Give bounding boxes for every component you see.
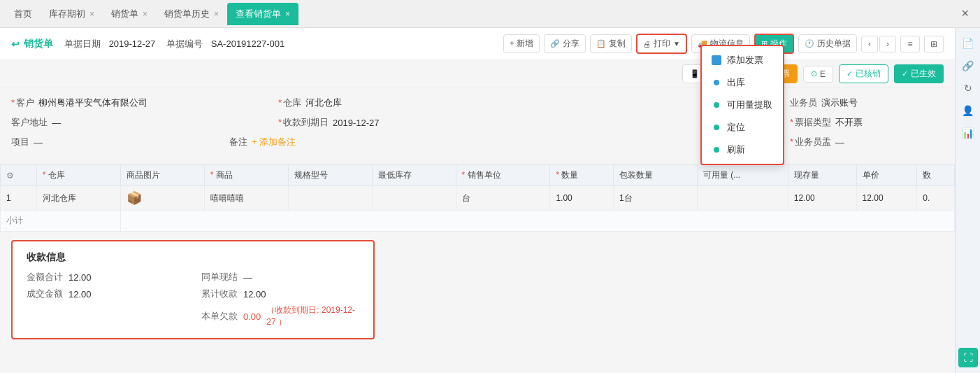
dropdown-out-stock[interactable]: 出库: [702, 71, 783, 94]
col-warehouse: * 仓库: [36, 165, 120, 186]
product-table-container: ⚙ * 仓库 商品图片 * 商品 规格型号 最低库存 * 销售单位 * 数量 包…: [0, 164, 955, 232]
print-dropdown-arrow[interactable]: ▼: [673, 40, 680, 48]
payment-transaction: 成交金额 12.00: [27, 288, 185, 300]
salesman-label: 业务员: [790, 97, 817, 109]
dropdown-add-invoice[interactable]: 添加发票: [702, 49, 783, 71]
window-close-button[interactable]: ×: [956, 6, 974, 21]
tab-inventory-close[interactable]: ×: [89, 9, 94, 19]
out-stock-icon: [712, 78, 721, 87]
sidebar-doc-icon[interactable]: 📄: [958, 34, 978, 53]
salesman-field: 业务员 演示账号: [790, 97, 944, 109]
payment-date-field: 收款到期日 2019-12-27: [278, 116, 432, 129]
col-unit-price: 单价: [856, 165, 917, 186]
share-button[interactable]: 🔗 分享: [544, 34, 586, 53]
row-qty: 1.00: [550, 186, 613, 211]
tab-view-close[interactable]: ×: [285, 9, 290, 19]
sales-staff-label: 业务员盂: [790, 136, 831, 148]
tab-inventory-init[interactable]: 库存期初 ×: [41, 3, 103, 25]
table-header-row: ⚙ * 仓库 商品图片 * 商品 规格型号 最低库存 * 销售单位 * 数量 包…: [1, 165, 955, 186]
gear-icon[interactable]: ⚙: [6, 171, 14, 181]
tab-home[interactable]: 首页: [6, 3, 41, 25]
col-pack-qty: 包装数量: [613, 165, 697, 186]
address-field: 客户地址 —: [11, 116, 256, 129]
cancelled-button[interactable]: ✓ 已核销: [839, 64, 888, 83]
customer-label: 客户: [11, 97, 34, 109]
operations-dropdown: 添加发票 出库 可用量提取 定位 刷新: [700, 45, 784, 165]
view-toggle-grid[interactable]: ⊞: [924, 36, 944, 52]
new-button[interactable]: + 新增: [503, 34, 540, 53]
tab-sales-close[interactable]: ×: [143, 9, 147, 19]
row-index: 1: [1, 186, 37, 211]
project-field: 项目 —: [11, 136, 165, 148]
payment-title: 收款信息: [27, 251, 359, 264]
refresh-menu-icon: [712, 145, 721, 155]
note-add-link[interactable]: + 添加备注: [252, 136, 296, 148]
doc-meta: 单据日期 2019-12-27 单据编号 SA-20191227-001: [64, 38, 284, 50]
warehouse-value: 河北仓库: [305, 97, 342, 109]
row-image: 📦: [120, 186, 204, 211]
dropdown-refresh[interactable]: 刷新: [702, 139, 783, 161]
prev-arrow[interactable]: ‹: [861, 36, 878, 52]
effective-button[interactable]: ✓ 已生效: [894, 64, 944, 83]
doc-type-title: ↩ 销货单: [11, 38, 53, 50]
address-label: 客户地址: [11, 116, 48, 129]
sidebar-link-icon[interactable]: 🔗: [958, 56, 978, 76]
form-row-2: 客户地址 — 收款到期日 2019-12-27 票据类型 不开票: [11, 116, 944, 129]
payment-same-order: 同单现结 —: [201, 271, 359, 283]
form-section: 客户 柳州粤港平安气体有限公司 仓库 河北仓库 业务员 演示账号 客户地址 —: [0, 88, 955, 164]
sidebar-user-icon[interactable]: 👤: [958, 101, 978, 120]
sales-staff-value: —: [835, 137, 844, 148]
invoice-label: 票据类型: [790, 116, 831, 129]
project-value: —: [34, 137, 43, 148]
sidebar-refresh-icon[interactable]: ↻: [958, 78, 978, 98]
subtotal-row: 小计: [1, 211, 955, 232]
row-available: [697, 186, 788, 211]
sales-staff-field: 业务员盂 —: [790, 136, 944, 148]
col-available: 可用量 (...: [697, 165, 788, 186]
tab-sales-order[interactable]: 销货单 ×: [103, 3, 156, 25]
form-row-1: 客户 柳州粤港平安气体有限公司 仓库 河北仓库 业务员 演示账号: [11, 97, 944, 109]
row-amount: 0.: [917, 186, 955, 211]
subtotal-label: 小计: [1, 211, 121, 232]
note-label: 备注: [229, 136, 247, 148]
view-toggle-list[interactable]: ≡: [900, 36, 920, 52]
print-button[interactable]: 🖨 打印 ▼: [636, 34, 687, 54]
available-qty-icon: [712, 100, 721, 110]
tab-history-close[interactable]: ×: [214, 9, 219, 19]
invoice-value: 不开票: [835, 116, 863, 129]
sidebar-expand-icon[interactable]: ⛶: [958, 348, 978, 367]
copy-button[interactable]: 📋 复制: [590, 34, 632, 53]
tab-view-sales[interactable]: 查看销货单 ×: [227, 3, 298, 25]
next-arrow[interactable]: ›: [879, 36, 896, 52]
customer-value: 柳州粤港平安气体有限公司: [38, 97, 147, 109]
row-unit-price: 12.00: [856, 186, 917, 211]
payment-total: 金额合计 12.00: [27, 271, 185, 283]
warehouse-label: 仓库: [278, 97, 301, 109]
payment-date-label: 收款到期日: [278, 116, 329, 129]
col-unit: * 销售单位: [456, 165, 550, 186]
row-pack-qty: 1台: [613, 186, 697, 211]
row-warehouse: 河北仓库: [36, 186, 120, 211]
history-button[interactable]: 🕐 历史单据: [798, 34, 857, 53]
col-spec: 规格型号: [288, 165, 372, 186]
row-unit: 台: [456, 186, 550, 211]
row-stock: 12.00: [788, 186, 856, 211]
subtotal-values: [120, 211, 954, 232]
right-sidebar: 📄 🔗 ↻ 👤 📊 ⛶: [955, 28, 980, 373]
col-product: * 商品: [204, 165, 288, 186]
col-image: 商品图片: [120, 165, 204, 186]
confirm-button[interactable]: ⊙ E: [803, 66, 833, 83]
row-product: 嘻嘻嘻嘻: [204, 186, 288, 211]
payment-grid: 金额合计 12.00 同单现结 — 成交金额 12.00 累计收款 12.00 …: [27, 271, 359, 328]
invoice-field: 票据类型 不开票: [790, 116, 944, 129]
locate-icon: [712, 122, 721, 132]
sidebar-chart-icon[interactable]: 📊: [958, 123, 978, 143]
payment-date-value: 2019-12-27: [333, 118, 380, 128]
doc-type-icon: ↩: [11, 38, 20, 50]
dropdown-locate[interactable]: 定位: [702, 116, 783, 139]
address-value: —: [52, 118, 61, 128]
project-label: 项目: [11, 136, 29, 148]
dropdown-available-qty[interactable]: 可用量提取: [702, 94, 783, 116]
col-min-stock: 最低库存: [372, 165, 456, 186]
tab-sales-history[interactable]: 销货单历史 ×: [156, 3, 227, 25]
